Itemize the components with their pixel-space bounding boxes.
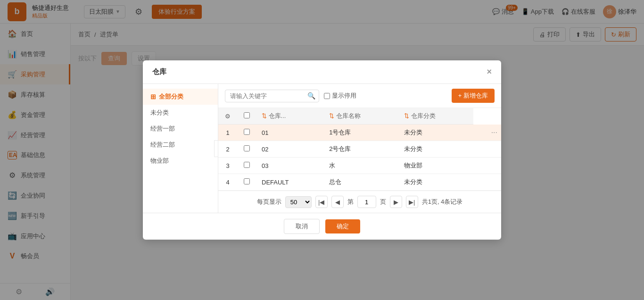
page-label: 第 xyxy=(347,198,354,206)
warehouse-table: ⚙ ⇅ 仓库... ⇅ 仓库名称 xyxy=(218,108,501,191)
category-op2[interactable]: 经营二部 xyxy=(143,137,218,153)
category-property[interactable]: 物业部 xyxy=(143,153,218,169)
row-check-3[interactable] xyxy=(237,158,256,174)
row-actions-1: ··· xyxy=(473,125,501,141)
dialog-body: ⊞ 全部分类 未分类 经营一部 经营二部 物业部 《 xyxy=(143,84,501,213)
row-name-1: 1号仓库 xyxy=(323,125,398,141)
select-all-checkbox[interactable] xyxy=(244,112,250,118)
collapse-panel-button[interactable]: 《 xyxy=(214,140,218,157)
row-gear-4: 4 xyxy=(218,174,237,191)
dialog-footer: 取消 确定 xyxy=(143,213,501,240)
next-page-button[interactable]: ▶ xyxy=(390,196,402,208)
row-cat-1: 未分类 xyxy=(398,125,473,141)
per-page-label: 每页显示 xyxy=(257,198,281,206)
show-disabled-label[interactable]: 显示停用 xyxy=(324,92,356,100)
warehouse-dialog: 仓库 × ⊞ 全部分类 未分类 经营一部 经营二部 物业部 xyxy=(143,60,501,240)
sort-icon: ⇅ xyxy=(262,112,267,119)
pagination: 每页显示 10 20 50 100 |◀ ◀ 第 页 ▶ ▶| 共1页, 4条记… xyxy=(218,191,501,213)
grid-icon: ⊞ xyxy=(150,93,156,100)
chevron-left-icon: 《 xyxy=(216,145,219,152)
row-cat-4: 未分类 xyxy=(398,174,473,191)
page-suffix: 页 xyxy=(380,198,386,206)
row-check-4[interactable] xyxy=(237,174,256,191)
total-text: 共1页, 4条记录 xyxy=(422,198,463,206)
category-property-label: 物业部 xyxy=(150,157,169,165)
last-page-button[interactable]: ▶| xyxy=(406,196,418,208)
row-code-3: 03 xyxy=(256,158,323,174)
prev-page-button[interactable]: ◀ xyxy=(331,196,344,208)
col-header-code: ⇅ 仓库... xyxy=(256,108,323,125)
col-header-name: ⇅ 仓库名称 xyxy=(323,108,398,125)
modal-overlay: 仓库 × ⊞ 全部分类 未分类 经营一部 经营二部 物业部 xyxy=(0,0,644,300)
first-page-button[interactable]: |◀ xyxy=(315,196,328,208)
category-all-label: 全部分类 xyxy=(159,92,183,101)
row-cat-2: 未分类 xyxy=(398,141,473,158)
category-op2-label: 经营二部 xyxy=(150,141,175,149)
row-actions-4 xyxy=(473,174,501,191)
row-code-1: 01 xyxy=(256,125,323,141)
add-warehouse-button[interactable]: + 新增仓库 xyxy=(452,89,495,103)
per-page-select[interactable]: 10 20 50 100 xyxy=(285,196,312,208)
cancel-button[interactable]: 取消 xyxy=(284,219,320,234)
search-icon[interactable]: 🔍 xyxy=(307,92,315,100)
row-code-4: DEFAULT xyxy=(256,174,323,191)
col-header-check xyxy=(237,108,256,125)
table-row[interactable]: 2 02 2号仓库 未分类 xyxy=(218,141,501,158)
category-all[interactable]: ⊞ 全部分类 xyxy=(143,89,218,105)
sort-icon-name: ⇅ xyxy=(329,112,334,119)
search-input-wrap: 🔍 xyxy=(225,90,319,102)
row-check-1[interactable] xyxy=(237,125,256,141)
confirm-button[interactable]: 确定 xyxy=(325,219,360,233)
category-uncat-label: 未分类 xyxy=(150,108,169,117)
col-header-category: ⇅ 仓库分类 xyxy=(398,108,473,125)
close-button[interactable]: × xyxy=(487,67,492,77)
sort-icon-cat: ⇅ xyxy=(404,112,409,119)
show-disabled-checkbox[interactable] xyxy=(324,93,330,99)
category-panel: ⊞ 全部分类 未分类 经营一部 经营二部 物业部 《 xyxy=(143,84,218,213)
table-row[interactable]: 4 DEFAULT 总仓 未分类 xyxy=(218,174,501,191)
search-bar: 🔍 显示停用 + 新增仓库 xyxy=(218,84,501,108)
row-checkbox-2[interactable] xyxy=(244,145,250,151)
category-op1-label: 经营一部 xyxy=(150,125,175,133)
dialog-header: 仓库 × xyxy=(143,60,501,84)
row-cat-3: 物业部 xyxy=(398,158,473,174)
category-uncat[interactable]: 未分类 xyxy=(143,105,218,121)
warehouse-table-wrap: ⚙ ⇅ 仓库... ⇅ 仓库名称 xyxy=(218,108,501,191)
row-checkbox-3[interactable] xyxy=(244,162,250,168)
row-gear-2: 2 xyxy=(218,141,237,158)
row-checkbox-1[interactable] xyxy=(244,129,250,135)
row-gear-3: 3 xyxy=(218,158,237,174)
category-op1[interactable]: 经营一部 xyxy=(143,121,218,137)
row-actions-2 xyxy=(473,141,501,158)
row-check-2[interactable] xyxy=(237,141,256,158)
row-name-2: 2号仓库 xyxy=(323,141,398,158)
dialog-title: 仓库 xyxy=(152,67,166,76)
row-name-4: 总仓 xyxy=(323,174,398,191)
table-row[interactable]: 3 03 水 物业部 xyxy=(218,158,501,174)
search-input[interactable] xyxy=(225,90,319,102)
col-header-gear: ⚙ xyxy=(218,108,237,125)
table-row[interactable]: 1 01 1号仓库 未分类 ··· xyxy=(218,125,501,141)
row-checkbox-4[interactable] xyxy=(244,178,250,184)
table-panel: 🔍 显示停用 + 新增仓库 ⚙ xyxy=(218,84,501,213)
row-gear-1: 1 xyxy=(218,125,237,141)
row-code-2: 02 xyxy=(256,141,323,158)
row-name-3: 水 xyxy=(323,158,398,174)
page-input[interactable] xyxy=(357,196,376,208)
row-more-button-1[interactable]: ··· xyxy=(491,128,497,136)
row-actions-3 xyxy=(473,158,501,174)
